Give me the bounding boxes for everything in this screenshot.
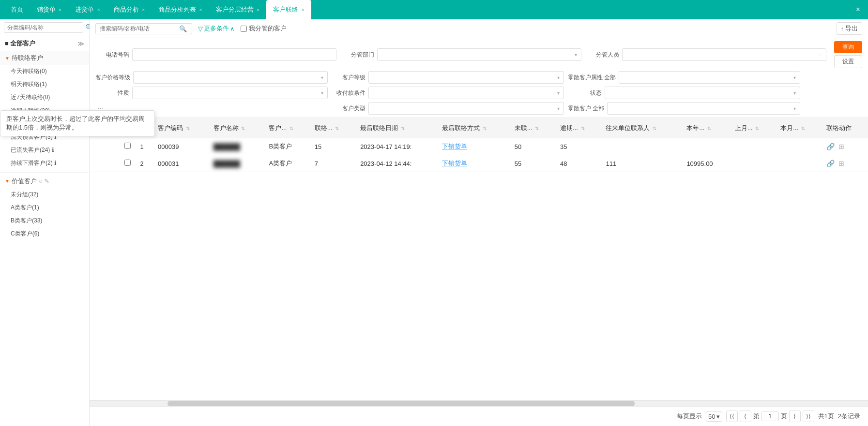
prev-page-btn[interactable]: ⟨ [740,411,751,422]
main-search-input[interactable] [100,25,177,32]
close-customer-contact-tab[interactable]: × [301,0,304,19]
close-purchase-tab[interactable]: × [97,0,100,19]
nav-product-list[interactable]: 商品分析列表 × [152,0,209,19]
pending-contact-group: ▼ 待联络客户 今天待联络(0) 明天待联络(1) 近7天待联络(0) 逾期未联… [0,51,89,118]
action-grid-icon[interactable]: ⊞ [838,160,844,167]
next-page-btn[interactable]: ⟩ [789,411,801,422]
sidebar-b-class[interactable]: B类客户(33) [0,214,89,227]
last-page-btn[interactable]: ⟩⟩ [803,411,814,422]
row-customer-name: ██████ [209,138,264,155]
customer-type-select[interactable]: ▾ [368,102,564,115]
value-customer-group-title[interactable]: ▼ 价值客户 ○ ✎ [0,175,89,188]
row-overdue: 48 [555,155,601,172]
pending-contact-title[interactable]: ▼ 待联络客户 [0,51,89,65]
nature-select[interactable]: ▾ [132,87,328,99]
row-customer-type: B类客户 [264,138,309,155]
retail-attr-select[interactable]: ▾ [619,71,800,84]
sidebar-ungroup[interactable]: 未分组(32) [0,188,89,201]
retail-customer-select[interactable]: ▾ [607,102,800,115]
sidebar-declining-customers[interactable]: 持续下滑客户(2) ℹ [0,157,89,170]
my-customers-checkbox[interactable] [241,26,247,32]
customer-grade-select[interactable]: ▾ [368,71,564,84]
sidebar-c-class[interactable]: C类客户(6) [0,227,89,240]
page-size-select[interactable]: 50 ▾ [706,411,722,422]
current-year-col-header[interactable]: 本年... ⇅ [682,118,730,138]
chevron-down-icon7: ▾ [557,90,560,96]
horizontal-scrollbar[interactable] [90,400,868,406]
current-month-col-header[interactable]: 本月... ⇅ [776,118,821,138]
unit-contact-col-header[interactable]: 往来单位联系人 ⇅ [601,118,682,138]
nav-customer-contact[interactable]: 客户联络 × [266,0,311,19]
row-current-month [776,138,821,155]
sidebar-search-input[interactable] [4,22,83,33]
window-close-button[interactable]: × [852,5,864,14]
action-col-header: 联络动作 [822,118,868,138]
close-sales-tab[interactable]: × [59,0,61,19]
chevron-down-icon2: ··· [818,52,822,58]
customers-table: ⚙ 客户编码 ⇅ 客户名称 ⇅ 客户... ⇅ 联络... ⇅ 最后联络日期 ⇅… [90,118,868,172]
export-button[interactable]: ↑ 导出 [837,22,863,35]
nav-home[interactable]: 首页 [4,0,30,19]
price-grade-select[interactable]: ▾ [133,71,328,84]
scroll-thumb[interactable] [168,401,635,406]
sidebar-a-class[interactable]: A类客户(1) [0,201,89,214]
nav-sales[interactable]: 销货单 × [30,0,68,19]
close-customer-layer-tab[interactable]: × [257,0,259,19]
sidebar-today-contact[interactable]: 今天待联络(0) [0,65,89,78]
edit-value-group-icon[interactable]: ○ ✎ [39,177,49,185]
filter-status: 状态 ▾ [568,87,800,99]
row-index: 2 [136,155,153,172]
sidebar-week-contact[interactable]: 近7天待联络(0) [0,91,89,104]
sort-icon-notcontact: ⇅ [535,126,539,131]
sidebar-tomorrow-contact[interactable]: 明天待联络(1) [0,78,89,91]
row-last-contact-method[interactable]: 下销货单 [437,138,510,155]
main-search-icon[interactable]: 🔍 [179,25,187,32]
chevron-down-icon5: ▾ [793,75,796,80]
phone-input[interactable] [132,48,336,61]
action-grid-icon[interactable]: ⊞ [838,143,844,150]
action-link-icon[interactable]: 🔗 [826,160,835,167]
table-header-row: ⚙ 客户编码 ⇅ 客户名称 ⇅ 客户... ⇅ 联络... ⇅ 最后联络日期 ⇅… [90,118,868,138]
first-page-btn[interactable]: ⟨⟨ [726,411,738,422]
contact-col-header[interactable]: 联络... ⇅ [310,118,355,138]
last-contact-date-col-header[interactable]: 最后联络日期 ⇅ [355,118,437,138]
sidebar-lost-customers[interactable]: 已流失客户(24) ℹ [0,144,89,157]
close-product-list-tab[interactable]: × [199,0,202,19]
row-checkbox-1[interactable] [124,160,131,166]
customer-code-col-header[interactable]: 客户编码 ⇅ [153,118,209,138]
status-select[interactable]: ▾ [605,87,800,99]
customer-name-col-header[interactable]: 客户名称 ⇅ [209,118,264,138]
more-conditions-btn[interactable]: ▽ 更多条件 ∧ [196,24,237,33]
query-button[interactable]: 查询 [834,41,862,53]
all-customers-section[interactable]: ■ 全部客户 ≫ [0,36,89,51]
row-customer-code: 000031 [153,155,209,172]
collapse-sidebar-btn[interactable]: ≫ [77,40,84,47]
filter-manager: 分管人员 ··· [585,48,826,61]
chevron-down-icon9: ▾ [557,106,560,111]
dept-select[interactable]: ▾ [377,48,581,61]
sort-icon-name: ⇅ [241,126,245,131]
row-last-month [730,138,776,155]
close-product-analysis-tab[interactable]: × [142,0,145,19]
nav-customer-layer[interactable]: 客户分层经营 × [209,0,266,19]
customer-type-col-header[interactable]: 客户... ⇅ [264,118,309,138]
action-buttons: 查询 设置 [834,41,862,68]
not-contact-col-header[interactable]: 未联... ⇅ [510,118,555,138]
last-contact-method-col-header[interactable]: 最后联络方式 ⇅ [437,118,510,138]
row-last-contact-date: 2023-04-17 14:19: [355,138,437,155]
settings-button[interactable]: 设置 [834,55,862,68]
payment-select[interactable]: ▾ [368,87,564,99]
chevron-down-page: ▾ [716,413,720,420]
sort-icon-date: ⇅ [401,126,405,131]
action-link-icon[interactable]: 🔗 [826,143,835,150]
last-month-col-header[interactable]: 上月... ⇅ [730,118,776,138]
overdue-col-header[interactable]: 逾期... ⇅ [555,118,601,138]
row-last-contact-method[interactable]: 下销货单 [437,155,510,172]
page-number-input[interactable] [761,411,779,421]
manager-select[interactable]: ··· [622,48,826,61]
row-checkbox-0[interactable] [124,143,131,149]
nav-purchase[interactable]: 进货单 × [68,0,107,19]
filter-retail-customer: 零散客户 全部 ▾ [568,102,800,115]
nav-product-analysis[interactable]: 商品分析 × [107,0,152,19]
row-unit-contact [601,138,682,155]
